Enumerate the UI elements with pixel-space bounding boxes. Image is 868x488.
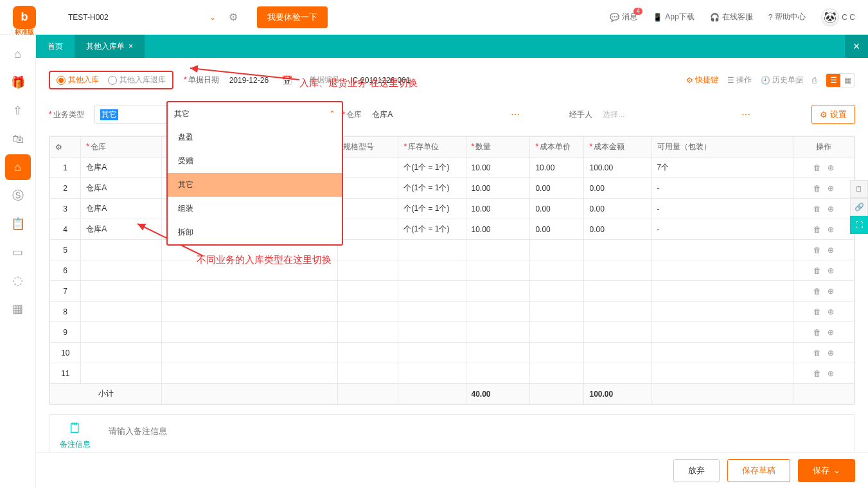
save-draft-button[interactable]: 保存草稿 [727,459,790,482]
table-row[interactable]: 6 🗑⊕ [50,260,855,281]
copy-row-icon[interactable]: ⊕ [828,348,834,357]
user-menu[interactable]: 🐼 C C [821,8,855,26]
handler-more-icon[interactable]: ⋯ [741,109,751,120]
cell-unit[interactable] [398,363,466,384]
dock-expand-icon[interactable]: ⛶ [850,216,868,234]
copy-row-icon[interactable]: ⊕ [828,246,834,255]
cell-spec[interactable] [337,199,398,219]
cell-spec[interactable] [337,158,398,178]
delete-row-icon[interactable]: 🗑 [813,204,821,213]
app-download-link[interactable]: 📱 App下载 [653,12,694,23]
close-icon[interactable]: × [128,42,133,51]
cell-qty[interactable]: 10.00 [466,219,530,240]
cell-qty[interactable] [466,240,530,260]
history-link[interactable]: 🕘 历史单据 [761,75,803,86]
cell-spec[interactable] [337,219,398,240]
cell-qty[interactable] [466,363,530,384]
delete-row-icon[interactable]: 🗑 [813,348,821,357]
close-all-tabs[interactable]: × [845,35,868,58]
cell-unit[interactable] [398,343,466,363]
table-row[interactable]: 9 🗑⊕ [50,322,855,343]
cell-amt[interactable] [584,240,651,260]
cell-price[interactable]: 0.00 [530,219,584,240]
ops-link[interactable]: ☰ 操作 [727,75,752,86]
nav-form-icon[interactable]: ▭ [5,239,31,265]
cell-warehouse[interactable] [81,260,162,281]
handler-select[interactable]: 选择... [603,109,731,120]
cell-unit[interactable] [398,302,466,322]
cell-amt[interactable]: 100.00 [584,158,651,178]
cell-product[interactable] [162,260,337,281]
cell-unit[interactable] [398,260,466,281]
dock-link-icon[interactable]: 🔗 [850,198,868,216]
radio-other-return[interactable]: 其他入库退库 [108,75,166,86]
delete-row-icon[interactable]: 🗑 [813,328,821,337]
cell-unit[interactable]: 个(1个 = 1个) [398,158,466,178]
nav-new-icon[interactable]: ▦ [5,296,31,321]
cell-amt[interactable]: 0.00 [584,178,651,199]
cell-warehouse[interactable]: 仓库A [81,178,162,199]
cell-product[interactable] [162,343,337,363]
nav-loop-icon[interactable]: ◌ [5,267,31,293]
help-link[interactable]: ? 帮助中心 [768,12,806,23]
cell-spec[interactable] [337,178,398,199]
dropdown-item-qita[interactable]: 其它 [168,173,342,197]
cell-warehouse[interactable] [81,240,162,260]
cell-unit[interactable]: 个(1个 = 1个) [398,178,466,199]
copy-row-icon[interactable]: ⊕ [828,328,834,337]
delete-row-icon[interactable]: 🗑 [813,163,821,172]
cell-product[interactable] [162,322,337,343]
cell-amt[interactable] [584,260,651,281]
nav-warehouse-icon[interactable]: ⌂ [5,154,31,180]
cell-price[interactable] [530,302,584,322]
cell-spec[interactable] [337,363,398,384]
delete-row-icon[interactable]: 🗑 [813,184,821,193]
delete-row-icon[interactable]: 🗑 [813,246,821,255]
messages-link[interactable]: 💬 消息 4 [610,12,637,23]
cell-warehouse[interactable] [81,363,162,384]
cell-qty[interactable]: 10.00 [466,178,530,199]
cell-amt[interactable]: 0.00 [584,199,651,219]
gear-icon[interactable]: ⚙ [229,11,238,23]
cell-product[interactable] [162,281,337,302]
cell-amt[interactable] [584,302,651,322]
cell-qty[interactable] [466,281,530,302]
cell-price[interactable] [530,260,584,281]
cell-amt[interactable] [584,363,651,384]
delete-row-icon[interactable]: 🗑 [813,266,821,275]
delete-row-icon[interactable]: 🗑 [813,307,821,316]
view-grid-icon[interactable]: ▦ [840,74,855,87]
discard-button[interactable]: 放弃 [673,459,720,482]
export-icon[interactable]: ⎙ [812,76,817,85]
dropdown-item-panying[interactable]: 盘盈 [168,125,342,149]
cell-unit[interactable] [398,322,466,343]
cell-price[interactable]: 0.00 [530,199,584,219]
table-row[interactable]: 7 🗑⊕ [50,281,855,302]
copy-row-icon[interactable]: ⊕ [828,369,834,378]
remark-input[interactable] [101,415,855,447]
nav-report-icon[interactable]: 📋 [5,211,31,237]
cell-price[interactable]: 0.00 [530,178,584,199]
copy-row-icon[interactable]: ⊕ [828,184,834,193]
dock-note-icon[interactable]: 🗒 [850,180,868,198]
warehouse-value[interactable]: 仓库A [372,109,500,120]
cell-amt[interactable] [584,343,651,363]
save-button[interactable]: 保存⌄ [798,459,855,482]
cell-warehouse[interactable] [81,302,162,322]
copy-row-icon[interactable]: ⊕ [828,163,834,172]
copy-row-icon[interactable]: ⊕ [828,307,834,316]
cell-amt[interactable]: 0.00 [584,219,651,240]
cell-warehouse[interactable] [81,343,162,363]
calendar-icon[interactable]: 📅 [281,75,292,86]
chevron-up-icon[interactable]: ⌃ [329,109,335,118]
nav-gift-icon[interactable]: 🎁 [5,69,31,95]
cell-amt[interactable] [584,281,651,302]
cell-unit[interactable]: 个(1个 = 1个) [398,219,466,240]
tab-home[interactable]: 首页 [36,35,75,58]
nav-out-icon[interactable]: ⇧ [5,98,31,123]
cell-warehouse[interactable] [81,281,162,302]
cell-price[interactable] [530,322,584,343]
cell-qty[interactable] [466,343,530,363]
cell-warehouse[interactable]: 仓库A [81,158,162,178]
col-gear-icon[interactable]: ⚙ [50,137,81,158]
